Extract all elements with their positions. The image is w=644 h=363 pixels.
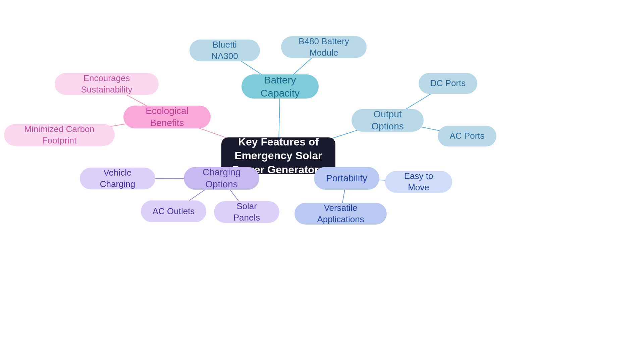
ecological-benefits-node: Ecological Benefits bbox=[123, 106, 211, 128]
charging-options-node: Charging Options bbox=[184, 167, 259, 190]
dc-ports-node: DC Ports bbox=[419, 73, 477, 94]
solar-panels-node: Solar Panels bbox=[214, 201, 279, 223]
ac-outlets-node: AC Outlets bbox=[141, 200, 206, 222]
b480-node: B480 Battery Module bbox=[281, 36, 367, 58]
portability-node: Portability bbox=[314, 167, 379, 190]
easy-to-move-node: Easy to Move bbox=[385, 171, 452, 193]
encourages-sustainability-node: Encourages Sustainability bbox=[55, 73, 159, 95]
minimized-carbon-node: Minimized Carbon Footprint bbox=[4, 124, 115, 146]
battery-capacity-node: Battery Capacity bbox=[241, 74, 319, 99]
bluetti-node: Bluetti NA300 bbox=[190, 40, 260, 61]
vehicle-charging-node: Vehicle Charging bbox=[80, 168, 155, 189]
versatile-applications-node: Versatile Applications bbox=[294, 203, 387, 225]
ac-ports-node: AC Ports bbox=[438, 126, 496, 146]
output-options-node: Output Options bbox=[352, 109, 424, 132]
